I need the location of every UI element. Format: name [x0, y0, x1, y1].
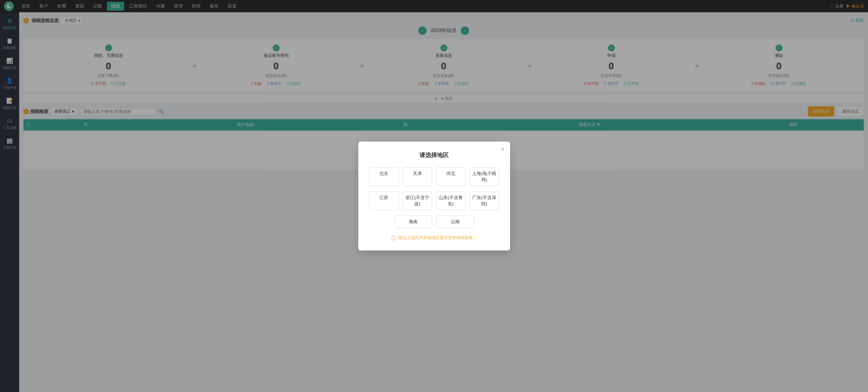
region-grid-row3: 海南 云南	[369, 216, 499, 228]
region-btn-zhejiang[interactable]: 浙江(不含宁波)	[403, 192, 432, 210]
region-select-modal: × 请选择地区 北京 天津 河北 上海(电子税局) 江苏 浙江(不含宁波) 山东…	[358, 142, 510, 250]
modal-close-btn[interactable]: ×	[501, 146, 504, 153]
region-btn-guangdong[interactable]: 广东(不含深圳)	[470, 192, 499, 210]
warning-icon: !	[391, 236, 396, 240]
region-grid-row1: 北京 天津 河北 上海(电子税局)	[369, 167, 499, 186]
region-btn-hainan[interactable]: 海南	[394, 216, 432, 228]
modal-overlay: × 请选择地区 北京 天津 河北 上海(电子税局) 江苏 浙江(不含宁波) 山东…	[0, 0, 868, 392]
region-btn-hebei[interactable]: 河北	[436, 167, 466, 186]
region-btn-shandong[interactable]: 山东(不含青岛)	[436, 192, 466, 210]
region-btn-beijing[interactable]: 北京	[369, 167, 399, 186]
modal-warning: ! 除以上地区外其他地区暂不支持报税检查！	[369, 235, 499, 241]
region-btn-shanghai[interactable]: 上海(电子税局)	[470, 167, 499, 186]
region-btn-jiangsu[interactable]: 江苏	[369, 192, 399, 210]
region-grid-row2: 江苏 浙江(不含宁波) 山东(不含青岛) 广东(不含深圳)	[369, 192, 499, 210]
modal-title: 请选择地区	[369, 151, 499, 159]
region-btn-yunnan[interactable]: 云南	[436, 216, 474, 228]
region-btn-tianjin[interactable]: 天津	[403, 167, 432, 186]
